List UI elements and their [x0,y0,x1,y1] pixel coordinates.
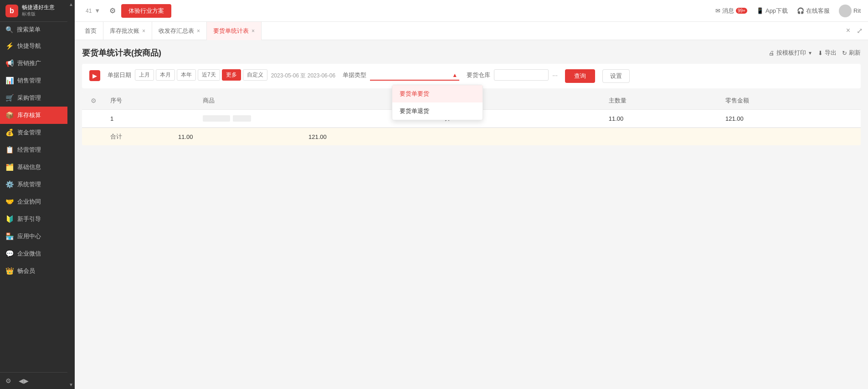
warehouse-filter-group: 要货仓库 ··· [467,69,558,81]
page-header: 要货单统计表(按商品) 🖨 按模板打印 ▼ ⬇ 导出 ↻ 刷新 [82,47,861,58]
online-service-btn[interactable]: 🎧 在线客服 [797,7,830,15]
scroll-down-btn[interactable]: ▼ [69,382,73,387]
sidebar-item-appstore[interactable]: 🏪 应用中心 [0,228,67,245]
sidebar-settings-btn[interactable]: ⚙ [5,377,11,384]
sidebar-item-finance[interactable]: 💰 资金管理 [0,124,67,141]
dropdown-item-return[interactable]: 要货单退货 [392,102,483,120]
page-actions: 🖨 按模板打印 ▼ ⬇ 导出 ↻ 刷新 [769,49,861,57]
sales-icon: 📊 [5,77,14,85]
message-btn[interactable]: ✉ 消息 99+ [715,7,747,15]
marketing-icon: 📢 [5,59,14,67]
member-icon: 👑 [5,267,14,275]
tab-sales-summary-close[interactable]: × [197,28,200,34]
sidebar-item-label: 库存核算 [17,111,41,119]
app-name: 畅捷通好生意 [22,4,55,11]
tab-inventory-batch-close[interactable]: × [142,28,145,34]
refresh-icon: ↻ [842,50,847,56]
sidebar-item-label: 营销推广 [17,59,41,67]
close-all-tabs-btn[interactable]: × [843,26,853,35]
tab-inventory-batch[interactable]: 库存批次账 × [103,22,152,40]
sidebar-toggle-btn[interactable]: ◀▶ [19,377,29,384]
table-footer: 合计 11.00 121.00 [82,128,861,145]
sidebar-bottom: ⚙ ◀▶ [0,372,67,389]
sidebar-item-label: 企业协同 [17,198,41,206]
basic-icon: 🗂️ [5,163,14,171]
username: Rit [853,7,861,14]
setup-btn[interactable]: 设置 [602,69,630,83]
sidebar-item-label: 销售管理 [17,77,41,85]
tab-home[interactable]: 首页 [78,22,103,40]
store-selector[interactable]: 41 ▼ [82,5,104,16]
sidebar-item-inventory[interactable]: 📦 库存核算 [0,107,67,124]
expand-tab-btn[interactable]: ⤢ [855,26,864,35]
tab-inventory-batch-label: 库存批次账 [110,27,139,35]
date-custom-btn[interactable]: 自定义 [243,69,267,81]
export-btn[interactable]: ⬇ 导出 [818,49,837,57]
sidebar-item-wechat[interactable]: 💬 企业微信 [0,245,67,262]
header-right: ✉ 消息 99+ 📱 App下载 🎧 在线客服 Rit [715,5,861,17]
refresh-btn[interactable]: ↻ 刷新 [842,49,861,57]
row-amount-cell: 121.00 [720,110,861,128]
query-btn[interactable]: 查询 [565,69,595,83]
sidebar-item-member[interactable]: 👑 畅会员 [0,262,67,280]
row-no-cell: 1 [105,110,197,128]
app-download-btn[interactable]: 📱 App下载 [756,7,788,15]
date-this-month-btn[interactable]: 本月 [156,69,175,81]
sidebar-item-quick-nav[interactable]: ⚡ 快捷导航 [0,37,67,55]
tab-home-label: 首页 [85,27,97,35]
store-id: 41 [86,8,92,14]
date-more-btn[interactable]: 更多 [222,69,241,81]
sidebar-item-label: 应用中心 [17,232,41,241]
purchase-icon: 🛒 [5,94,14,102]
date-last-7-btn[interactable]: 近7天 [198,69,220,81]
product-tag-placeholder [233,115,251,122]
footer-label: 合计 [87,133,176,141]
product-name-placeholder [203,115,230,122]
tab-order-stats[interactable]: 要货单统计表 × [207,22,262,40]
sidebar-item-marketing[interactable]: 📢 营销推广 [0,55,67,72]
trial-btn[interactable]: 体验行业方案 [121,4,171,18]
header-settings-icon[interactable]: ⚙ [109,6,116,15]
app-logo: b 畅捷通好生意 标准版 [0,0,67,22]
sidebar-item-label: 畅会员 [17,267,35,275]
warehouse-more-btn[interactable]: ··· [552,72,558,79]
date-range-display: 2023-05-06 至 2023-06-06 [271,72,335,80]
print-btn[interactable]: 🖨 按模板打印 ▼ [769,49,812,57]
sidebar-item-system[interactable]: ⚙️ 系统管理 [0,176,67,193]
tab-bar: 首页 库存批次账 × 收发存汇总表 × 要货单统计表 × × ⤢ [75,22,868,40]
col-settings-icon[interactable]: ⚙ [91,97,97,104]
type-dropdown-menu: 要货单要货 要货单退货 [392,85,483,120]
warehouse-input[interactable] [494,69,549,81]
user-avatar-btn[interactable]: Rit [839,5,861,17]
scroll-up-btn[interactable]: ▲ [69,2,73,7]
sidebar-item-guide[interactable]: 🔰 新手引导 [0,210,67,228]
sidebar-item-purchase[interactable]: 🛒 采购管理 [0,89,67,107]
sidebar-item-cooperation[interactable]: 🤝 企业协同 [0,193,67,210]
col-settings-header[interactable]: ⚙ [82,92,105,110]
dropdown-arrow-icon: ▼ [94,7,100,14]
page-content: 要货单统计表(按商品) 🖨 按模板打印 ▼ ⬇ 导出 ↻ 刷新 [75,40,868,389]
sidebar-item-label: 基础信息 [17,163,41,171]
sidebar-item-label: 企业微信 [17,250,41,258]
date-last-month-btn[interactable]: 上月 [135,69,154,81]
sidebar-item-sales[interactable]: 📊 销售管理 [0,72,67,89]
date-this-year-btn[interactable]: 本年 [177,69,196,81]
operation-icon: 📋 [5,146,14,154]
dropdown-item-requisition[interactable]: 要货单要货 [392,85,483,102]
col-no-header: 序号 [105,92,197,110]
tab-order-stats-close[interactable]: × [252,28,255,34]
export-label: 导出 [825,49,837,57]
sidebar-item-operation[interactable]: 📋 经营管理 [0,141,67,159]
tab-sales-summary[interactable]: 收发存汇总表 × [152,22,207,40]
appstore-icon: 🏪 [5,232,14,241]
type-select-input[interactable] [370,69,459,81]
app-download-icon: 📱 [756,7,764,14]
cooperation-icon: 🤝 [5,198,14,206]
filter-toggle-btn[interactable]: ▶ [89,70,100,81]
refresh-label: 刷新 [849,49,861,57]
row-qty-cell: 11.00 [603,110,720,128]
export-icon: ⬇ [818,50,823,56]
app-download-label: App下载 [765,7,788,15]
sidebar-item-basic[interactable]: 🗂️ 基础信息 [0,159,67,176]
search-menu[interactable]: 🔍 搜索菜单 [0,22,67,37]
